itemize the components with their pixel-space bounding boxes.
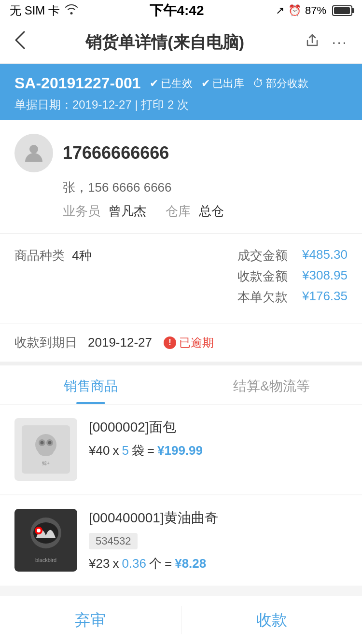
status-activated: ✔ 已生效 <box>150 76 193 91</box>
received-amount-label: 收款金额 <box>237 268 288 285</box>
status-bar-time: 下午4:42 <box>150 1 204 20</box>
warehouse-value: 总仓 <box>199 204 224 218</box>
cancel-button[interactable]: 弃审 <box>0 596 181 644</box>
status-partial-payment: ⏱ 部分收款 <box>253 76 308 91</box>
product-name-1: [0000002]面包 <box>89 418 348 436</box>
order-print-count: 打印 2 次 <box>141 98 189 111</box>
order-header-banner: SA-20191227-001 ✔ 已生效 ✔ 已出库 ⏱ 部分收款 单据日期：… <box>0 64 362 120</box>
qty-unit-2: 个 <box>149 555 162 572</box>
nav-bar: 销货单详情(来自电脑) ··· <box>0 21 362 64</box>
product-unit-price-2: ¥23 <box>89 556 110 571</box>
multiply-sign-1: x <box>112 443 119 458</box>
status-shipped: ✔ 已出库 <box>201 76 244 91</box>
due-date-section: 收款到期日 2019-12-27 ! 已逾期 <box>0 323 362 365</box>
customer-name-phone: 张，156 6666 6666 <box>14 179 348 196</box>
owed-amount-row: 本单欠款 ¥176.35 <box>237 289 348 306</box>
deal-amount-value: ¥485.30 <box>302 247 348 264</box>
product-name-2: [000400001]黄油曲奇 <box>89 509 348 527</box>
product-qty-1: 5 <box>122 443 128 458</box>
meta-separator: | <box>135 98 141 111</box>
status-bar: 无 SIM 卡 下午4:42 ↗ ⏰ 87% <box>0 0 362 21</box>
received-amount-row: 收款金额 ¥308.95 <box>237 268 348 285</box>
svg-point-7 <box>38 447 54 456</box>
status-bar-right: ↗ ⏰ 87% <box>276 4 352 17</box>
due-date-value: 2019-12-27 <box>88 335 152 350</box>
sales-label: 业务员 <box>63 204 100 218</box>
back-button[interactable] <box>14 31 25 54</box>
qty-unit-1: 袋 <box>132 442 144 459</box>
received-amount-value: ¥308.95 <box>302 268 348 285</box>
product-info-2: [000400001]黄油曲奇 534532 ¥23 x 0.36 个 = ¥8… <box>89 509 348 572</box>
product-types-value: 4种 <box>72 248 91 263</box>
sales-value: 曾凡杰 <box>109 204 146 218</box>
product-total-1: ¥199.99 <box>157 443 203 458</box>
customer-avatar <box>14 134 53 172</box>
product-qty-2: 0.36 <box>122 556 146 571</box>
deal-amount-row: 成交金额 ¥485.30 <box>237 247 348 264</box>
customer-top-row: 17666666666 <box>14 134 348 172</box>
summary-section: 商品种类 4种 成交金额 ¥485.30 收款金额 ¥308.95 本单欠款 ¥… <box>0 234 362 323</box>
svg-point-5 <box>41 441 44 445</box>
owed-amount-value: ¥176.35 <box>302 289 348 306</box>
multiply-sign-2: x <box>112 556 119 571</box>
carrier-label: 无 SIM 卡 <box>10 3 60 18</box>
product-types-label: 商品种类 <box>14 248 65 263</box>
customer-section: 17666666666 张，156 6666 6666 业务员 曾凡杰 仓库 总… <box>0 120 362 234</box>
check-icon-1: ✔ <box>150 77 158 90</box>
summary-left: 商品种类 4种 <box>14 247 92 267</box>
equals-sign-2: = <box>165 556 172 571</box>
product-thumbnail-2: blackbird <box>14 509 77 572</box>
status-bar-left: 无 SIM 卡 <box>10 3 78 18</box>
footer-bar: 弃审 收款 <box>0 596 362 644</box>
overdue-badge: ! 已逾期 <box>164 335 214 350</box>
deal-amount-label: 成交金额 <box>237 247 288 264</box>
product-types-item: 商品种类 4种 <box>14 247 92 264</box>
order-id: SA-20191227-001 <box>14 74 141 92</box>
tab-sales-products[interactable]: 销售商品 <box>0 365 181 404</box>
svg-text:blackbird: blackbird <box>35 557 56 563</box>
product-info-1: [0000002]面包 ¥40 x 5 袋 = ¥199.99 <box>89 418 348 459</box>
overdue-icon: ! <box>164 336 176 349</box>
svg-text:鲸+: 鲸+ <box>42 461 50 466</box>
battery-icon <box>332 5 352 16</box>
product-item: blackbird [000400001]黄油曲奇 534532 ¥23 x 0… <box>0 495 362 586</box>
overdue-text: 已逾期 <box>179 335 214 350</box>
customer-account-id: 17666666666 <box>63 143 169 163</box>
product-thumbnail-1: 鲸+ <box>14 418 77 481</box>
confirm-button[interactable]: 收款 <box>181 596 362 644</box>
due-date-label: 收款到期日 <box>14 334 77 351</box>
check-icon-2: ✔ <box>201 77 210 90</box>
share-icon[interactable] <box>305 33 320 52</box>
svg-point-13 <box>37 529 41 532</box>
product-unit-price-1: ¥40 <box>89 443 110 458</box>
owed-amount-label: 本单欠款 <box>237 289 288 306</box>
product-item: 鲸+ [0000002]面包 ¥40 x 5 袋 = ¥199.99 <box>0 405 362 494</box>
nav-actions: ··· <box>305 33 348 52</box>
warehouse: 仓库 总仓 <box>166 203 224 220</box>
alarm-icon: ⏰ <box>288 4 301 17</box>
battery-percent: 87% <box>305 4 326 17</box>
sales-person: 业务员 曾凡杰 <box>63 203 146 220</box>
product-price-row-2: ¥23 x 0.36 个 = ¥8.28 <box>89 555 348 572</box>
location-icon: ↗ <box>276 4 284 17</box>
customer-meta: 业务员 曾凡杰 仓库 总仓 <box>14 203 348 220</box>
equals-sign-1: = <box>147 443 154 458</box>
page-title: 销货单详情(来自电脑) <box>85 31 244 54</box>
order-date: 单据日期：2019-12-27 <box>14 98 132 111</box>
product-price-row-1: ¥40 x 5 袋 = ¥199.99 <box>89 442 348 459</box>
svg-point-6 <box>48 441 52 445</box>
product-sku-badge-2: 534532 <box>89 533 138 549</box>
tab-settlement[interactable]: 结算&物流等 <box>181 365 362 404</box>
warehouse-label: 仓库 <box>166 204 191 218</box>
product-total-2: ¥8.28 <box>175 556 206 571</box>
wifi-icon <box>65 4 78 17</box>
order-meta: 单据日期：2019-12-27 | 打印 2 次 <box>14 97 348 112</box>
svg-point-0 <box>29 145 38 154</box>
more-icon[interactable]: ··· <box>332 33 348 51</box>
summary-right: 成交金额 ¥485.30 收款金额 ¥308.95 本单欠款 ¥176.35 <box>237 247 348 309</box>
clock-icon: ⏱ <box>253 77 264 90</box>
tabs-container: 销售商品 结算&物流等 <box>0 365 362 405</box>
